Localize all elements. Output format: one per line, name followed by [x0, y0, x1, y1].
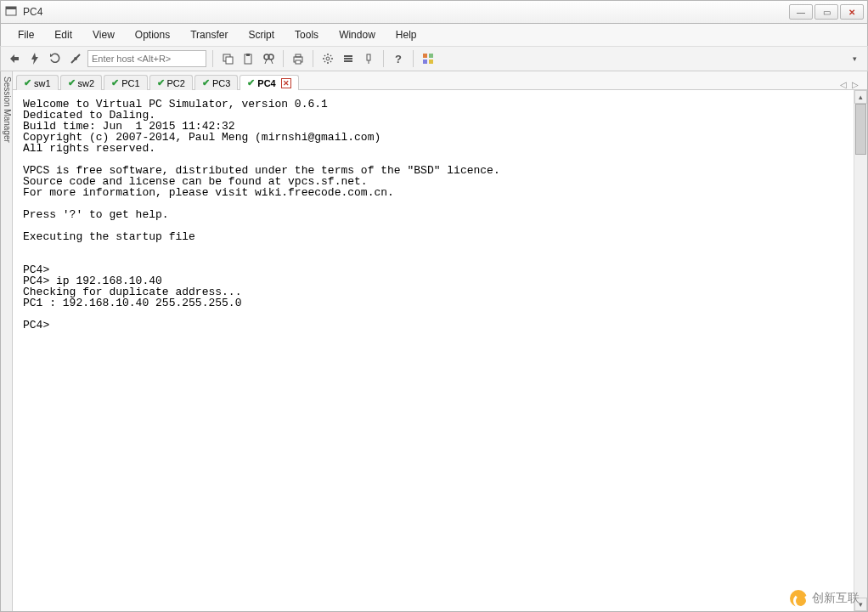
connect-icon[interactable]: [6, 50, 23, 67]
svg-rect-4: [226, 57, 233, 64]
window-title: PC4: [23, 6, 789, 18]
svg-rect-14: [344, 58, 352, 60]
svg-rect-15: [344, 60, 352, 62]
watermark: 创新互联: [790, 590, 860, 607]
tab-pc3[interactable]: ✔PC3: [194, 75, 238, 90]
svg-rect-20: [429, 54, 433, 58]
close-button[interactable]: ✕: [840, 4, 864, 20]
tabstrip: ✔sw1 ✔sw2 ✔PC1 ✔PC2 ✔PC3 ✔PC4✕ ◁ ▷: [13, 71, 867, 90]
svg-rect-16: [367, 54, 370, 60]
tab-pc1[interactable]: ✔PC1: [104, 75, 147, 90]
svg-rect-1: [6, 7, 16, 9]
session-options-icon[interactable]: [340, 50, 357, 67]
quick-connect-icon[interactable]: [26, 50, 43, 67]
watermark-logo-icon: [790, 590, 807, 607]
menu-edit[interactable]: Edit: [46, 26, 81, 43]
check-icon: ✔: [157, 77, 165, 88]
host-input[interactable]: [87, 50, 206, 67]
menu-script[interactable]: Script: [240, 26, 283, 43]
svg-point-12: [326, 57, 330, 60]
check-icon: ✔: [247, 77, 255, 88]
svg-rect-22: [429, 60, 433, 64]
toolbar-overflow-icon[interactable]: ▾: [853, 54, 862, 63]
separator: [212, 50, 213, 67]
menu-file[interactable]: File: [9, 26, 42, 43]
svg-rect-11: [296, 60, 301, 64]
main-area: Session Manager ✔sw1 ✔sw2 ✔PC1 ✔PC2 ✔PC3…: [0, 71, 868, 612]
watermark-text: 创新互联: [812, 591, 860, 606]
help-icon[interactable]: ?: [390, 50, 407, 67]
session-manager-sidebar[interactable]: Session Manager: [1, 71, 13, 611]
vertical-scrollbar[interactable]: ▴ ▾: [854, 90, 867, 611]
svg-rect-6: [246, 54, 250, 56]
menu-help[interactable]: Help: [387, 26, 426, 43]
check-icon: ✔: [24, 77, 31, 88]
settings-icon[interactable]: [319, 50, 336, 67]
tab-next-icon[interactable]: ▷: [852, 80, 859, 89]
separator: [313, 50, 313, 67]
tab-label: PC4: [257, 78, 275, 88]
print-icon[interactable]: [290, 50, 307, 67]
minimize-button[interactable]: —: [789, 4, 813, 20]
separator: [383, 50, 384, 67]
toggle-icon[interactable]: [360, 50, 377, 67]
menu-options[interactable]: Options: [127, 26, 178, 43]
app-tile-icon[interactable]: [420, 50, 437, 67]
disconnect-icon[interactable]: [67, 50, 84, 67]
separator: [413, 50, 414, 67]
svg-text:?: ?: [395, 53, 402, 65]
check-icon: ✔: [111, 77, 119, 88]
tab-label: PC3: [212, 78, 230, 88]
svg-point-2: [74, 57, 77, 60]
scroll-up-icon[interactable]: ▴: [854, 90, 867, 104]
paste-icon[interactable]: [240, 50, 256, 67]
tab-pc4[interactable]: ✔PC4✕: [240, 75, 298, 90]
tab-label: PC2: [167, 78, 185, 88]
close-tab-icon[interactable]: ✕: [281, 78, 291, 88]
tab-pc2[interactable]: ✔PC2: [149, 75, 193, 90]
tab-sw2[interactable]: ✔sw2: [60, 75, 103, 90]
terminal-output[interactable]: Welcome to Virtual PC Simulator, version…: [13, 90, 854, 611]
menubar: File Edit View Options Transfer Script T…: [0, 24, 868, 46]
tab-prev-icon[interactable]: ◁: [840, 80, 847, 89]
svg-rect-13: [344, 55, 352, 57]
reconnect-icon[interactable]: [47, 50, 64, 67]
find-icon[interactable]: [260, 50, 277, 67]
menu-view[interactable]: View: [84, 26, 123, 43]
tab-sw1[interactable]: ✔sw1: [16, 75, 59, 90]
maximize-button[interactable]: ▭: [814, 4, 838, 20]
copy-icon[interactable]: [219, 50, 236, 67]
separator: [283, 50, 284, 67]
scroll-thumb[interactable]: [855, 104, 866, 155]
toolbar: ? ▾: [0, 46, 868, 71]
tab-label: sw2: [78, 78, 95, 88]
menu-tools[interactable]: Tools: [286, 26, 327, 43]
svg-rect-21: [423, 60, 427, 64]
tab-label: sw1: [34, 78, 51, 88]
check-icon: ✔: [68, 77, 76, 88]
app-icon: [4, 5, 18, 19]
svg-rect-19: [423, 54, 427, 58]
tab-label: PC1: [121, 78, 139, 88]
menu-transfer[interactable]: Transfer: [182, 26, 236, 43]
menu-window[interactable]: Window: [330, 26, 384, 43]
check-icon: ✔: [202, 77, 210, 88]
svg-rect-10: [296, 54, 301, 57]
titlebar: PC4 — ▭ ✕: [0, 0, 868, 24]
